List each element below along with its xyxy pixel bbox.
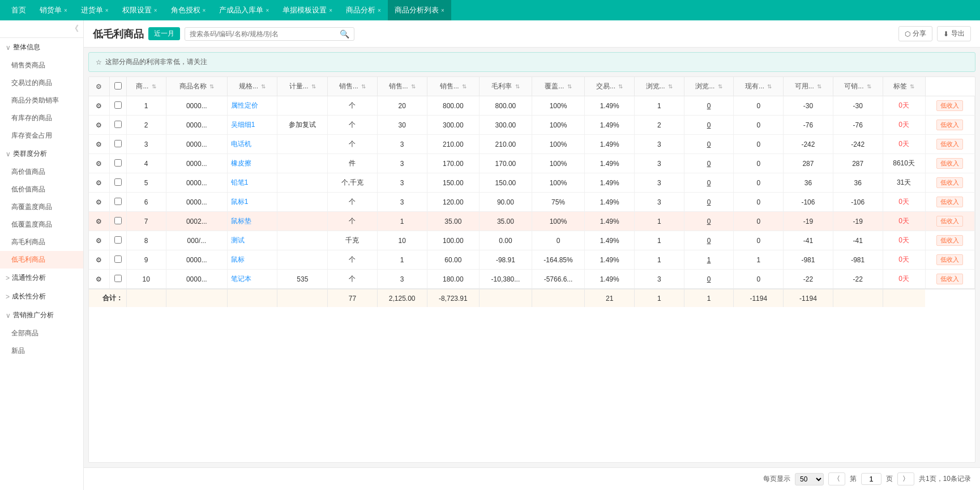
nav-item-首页[interactable]: 首页	[5, 0, 33, 20]
row-name[interactable]: 电话机	[227, 135, 277, 154]
sidebar-item-销售类商品[interactable]: 销售类商品	[0, 57, 83, 74]
row-select-checkbox[interactable]	[114, 255, 122, 263]
row-views1[interactable]: 0	[684, 154, 734, 173]
row-select-checkbox[interactable]	[114, 178, 122, 186]
nav-item-进货单[interactable]: 进货单×	[74, 0, 115, 20]
column-tag[interactable]: 标签 ⇅	[883, 77, 925, 96]
row-select-checkbox[interactable]	[114, 121, 122, 128]
sidebar-item-新品[interactable]: 新品	[0, 342, 83, 360]
sidebar-item-有库存的商品[interactable]: 有库存的商品	[0, 109, 83, 127]
column-gear[interactable]: ⚙	[89, 77, 109, 96]
row-checkbox[interactable]	[109, 193, 126, 212]
nav-item-商品分析列表[interactable]: 商品分析列表×	[388, 0, 451, 20]
row-views1[interactable]: 0	[684, 212, 734, 231]
row-gear[interactable]: ⚙	[89, 96, 109, 116]
column-gross-margin[interactable]: 毛利率 ⇅	[480, 77, 532, 96]
nav-item-产成品入库单[interactable]: 产成品入库单×	[212, 0, 276, 20]
row-name[interactable]: 鼠标	[227, 250, 277, 270]
row-name[interactable]: 鼠标垫	[227, 212, 277, 231]
nav-close-icon[interactable]: ×	[441, 7, 444, 14]
row-name[interactable]: 铅笔1	[227, 173, 277, 193]
row-select-checkbox[interactable]	[114, 236, 122, 244]
row-gear[interactable]: ⚙	[89, 116, 109, 135]
row-views1[interactable]: 0	[684, 96, 734, 116]
row-checkbox[interactable]	[109, 250, 126, 270]
row-name[interactable]: 属性定价	[227, 96, 277, 116]
row-views1[interactable]: 1	[684, 250, 734, 270]
nav-item-销货单[interactable]: 销货单×	[33, 0, 74, 20]
sidebar-group-3[interactable]: >成长性分析	[0, 287, 83, 306]
sidebar-group-2[interactable]: >流通性分析	[0, 269, 83, 287]
sidebar-item-低毛利商品[interactable]: 低毛利商品	[0, 251, 83, 269]
search-input[interactable]	[190, 30, 340, 38]
column-spec[interactable]: 规格... ⇅	[227, 77, 277, 96]
row-name[interactable]: 笔记本	[227, 270, 277, 289]
nav-close-icon[interactable]: ×	[203, 7, 206, 14]
page-number-input[interactable]	[861, 473, 881, 485]
select-all-checkbox[interactable]	[114, 82, 122, 90]
nav-close-icon[interactable]: ×	[64, 7, 67, 14]
row-views1[interactable]: 0	[684, 135, 734, 154]
export-button[interactable]: ⬇ 导出	[937, 26, 971, 41]
nav-close-icon[interactable]: ×	[329, 7, 332, 14]
sidebar-item-低覆盖度商品[interactable]: 低覆盖度商品	[0, 216, 83, 233]
row-views1[interactable]: 0	[684, 193, 734, 212]
row-name[interactable]: 橡皮擦	[227, 154, 277, 173]
sidebar-item-交易过的商品[interactable]: 交易过的商品	[0, 74, 83, 92]
share-button[interactable]: ⬡ 分享	[898, 26, 932, 41]
row-select-checkbox[interactable]	[114, 159, 122, 167]
sidebar-item-商品分类助销率[interactable]: 商品分类助销率	[0, 92, 83, 109]
nav-close-icon[interactable]: ×	[105, 7, 109, 14]
row-name[interactable]: 测试	[227, 231, 277, 250]
sidebar-item-高覆盖度商品[interactable]: 高覆盖度商品	[0, 198, 83, 216]
sidebar-item-高价值商品[interactable]: 高价值商品	[0, 163, 83, 181]
sidebar-item-低价值商品[interactable]: 低价值商品	[0, 181, 83, 198]
sidebar-group-1[interactable]: ∨类群度分析	[0, 144, 83, 163]
nav-item-单据模板设置[interactable]: 单据模板设置×	[276, 0, 339, 20]
row-gear[interactable]: ⚙	[89, 135, 109, 154]
row-name[interactable]: 鼠标1	[227, 193, 277, 212]
row-views1[interactable]: 0	[684, 173, 734, 193]
column-views2[interactable]: 浏览... ⇅	[684, 77, 734, 96]
column-code[interactable]: 商... ⇅	[126, 77, 166, 96]
row-select-checkbox[interactable]	[114, 217, 122, 224]
row-gear[interactable]: ⚙	[89, 193, 109, 212]
row-checkbox[interactable]	[109, 173, 126, 193]
row-gear[interactable]: ⚙	[89, 270, 109, 289]
sidebar-item-高毛利商品[interactable]: 高毛利商品	[0, 233, 83, 251]
column-name[interactable]: 商品名称 ⇅	[166, 77, 227, 96]
row-gear[interactable]: ⚙	[89, 154, 109, 173]
period-button[interactable]: 近一月	[148, 27, 180, 40]
row-select-checkbox[interactable]	[114, 275, 122, 282]
row-checkbox[interactable]	[109, 116, 126, 135]
column-sales-profit[interactable]: 销售... ⇅	[427, 77, 480, 96]
row-gear[interactable]: ⚙	[89, 212, 109, 231]
row-checkbox[interactable]	[109, 154, 126, 173]
column-sales-count[interactable]: 销售... ⇅	[328, 77, 378, 96]
nav-item-权限设置[interactable]: 权限设置×	[115, 0, 164, 20]
row-gear[interactable]: ⚙	[89, 231, 109, 250]
sidebar-collapse-button[interactable]: 《	[0, 20, 83, 38]
row-gear[interactable]: ⚙	[89, 173, 109, 193]
row-views1[interactable]: 0	[684, 116, 734, 135]
sidebar-item-全部商品[interactable]: 全部商品	[0, 325, 83, 342]
row-select-checkbox[interactable]	[114, 101, 122, 109]
sidebar-item-库存资金占用[interactable]: 库存资金占用	[0, 127, 83, 144]
column-coverage[interactable]: 覆盖... ⇅	[532, 77, 585, 96]
per-page-select[interactable]: 50 100 200	[795, 473, 824, 485]
row-checkbox[interactable]	[109, 270, 126, 289]
nav-item-角色授权[interactable]: 角色授权×	[164, 0, 213, 20]
nav-close-icon[interactable]: ×	[154, 7, 157, 14]
row-select-checkbox[interactable]	[114, 198, 122, 205]
column-stock-saleable[interactable]: 可销... ⇅	[833, 77, 883, 96]
column-sales-amount[interactable]: 销售... ⇅	[377, 77, 427, 96]
column-transaction[interactable]: 交易... ⇅	[585, 77, 635, 96]
column-views1[interactable]: 浏览... ⇅	[635, 77, 684, 96]
column-checkbox[interactable]	[109, 77, 126, 96]
row-checkbox[interactable]	[109, 231, 126, 250]
sidebar-group-0[interactable]: ∨整体信息	[0, 38, 83, 57]
column-stock-available[interactable]: 可用... ⇅	[784, 77, 833, 96]
sidebar-group-4[interactable]: ∨营销推广分析	[0, 306, 83, 325]
row-checkbox[interactable]	[109, 212, 126, 231]
row-gear[interactable]: ⚙	[89, 250, 109, 270]
